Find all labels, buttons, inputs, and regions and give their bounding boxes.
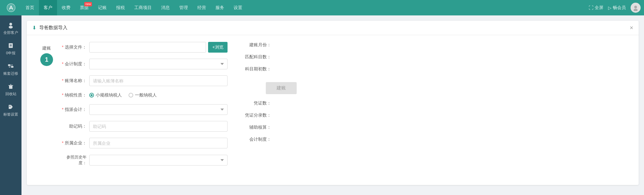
svg-point-4 bbox=[9, 26, 13, 28]
nav-item-messages[interactable]: 消息 bbox=[156, 0, 175, 15]
nav-item-invoice[interactable]: 票据 new bbox=[75, 0, 93, 15]
panel-header: ⬇ 导爸数据导入 bbox=[27, 21, 639, 35]
trash-icon bbox=[7, 83, 14, 90]
main-panel: ⬇ 导爸数据导入 × 建账 1 选择文件： +浏览 bbox=[27, 21, 639, 185]
file-path-input[interactable] bbox=[89, 42, 206, 53]
declare-icon bbox=[7, 42, 14, 49]
close-button[interactable]: × bbox=[630, 25, 633, 31]
svg-point-2 bbox=[634, 9, 638, 11]
aux-accounting-label: 辅助核算： bbox=[241, 124, 271, 130]
step-circle: 1 bbox=[40, 53, 53, 66]
migrate-icon bbox=[7, 62, 14, 70]
sidebar-item-declare[interactable]: 0申报 bbox=[0, 39, 21, 58]
tax-small-option[interactable]: 小规模纳税人 bbox=[89, 92, 122, 98]
form-area: 选择文件： +浏览 会计制度： bbox=[60, 42, 228, 172]
nav-item-manage[interactable]: 管理 bbox=[175, 0, 193, 15]
nav-item-customer[interactable]: 客户 bbox=[39, 0, 57, 15]
nav-item-tax[interactable]: 报税 bbox=[111, 0, 130, 15]
file-input-group: +浏览 bbox=[89, 42, 228, 53]
build-month-row: 建账月份： bbox=[241, 42, 321, 48]
company-row: 所属企业： bbox=[60, 138, 228, 148]
radio-general-dot bbox=[129, 93, 133, 97]
svg-rect-9 bbox=[11, 66, 13, 68]
play-icon: ▷ bbox=[608, 5, 611, 10]
nav-item-service[interactable]: 服务 bbox=[211, 0, 229, 15]
history-year-row: 参照历史年度： bbox=[60, 154, 228, 166]
radio-small-dot bbox=[89, 93, 94, 97]
main-layout: 全部客户 0申报 账套迁移 bbox=[0, 15, 644, 195]
sidebar-item-all-customers[interactable]: 全部客户 bbox=[0, 19, 21, 38]
nav-right: ⛶ 全屏 ▷ 畅会员 bbox=[589, 3, 641, 13]
tag-icon bbox=[7, 103, 14, 111]
ledger-name-input[interactable] bbox=[89, 75, 228, 86]
company-input[interactable] bbox=[89, 138, 228, 148]
sidebar-item-tag-settings[interactable]: 标签设置 bbox=[0, 101, 21, 120]
voucher-records-row: 凭证分录数： bbox=[241, 112, 321, 118]
svg-point-13 bbox=[9, 106, 10, 107]
history-year-select[interactable] bbox=[89, 155, 228, 166]
main-content: ⬇ 导爸数据导入 × 建账 1 选择文件： +浏览 bbox=[21, 15, 644, 195]
history-year-label: 参照历史年度： bbox=[60, 154, 87, 166]
subjects-initial-row: 科目期初数： bbox=[241, 66, 321, 72]
top-navigation: 首页 客户 收费 票据 new 记账 报税 工商项目 消息 管理 经营 服务 设… bbox=[0, 0, 644, 15]
tax-type-label: 纳税性质： bbox=[60, 92, 87, 98]
voucher-count-row: 凭证数： bbox=[241, 100, 321, 106]
nav-item-home[interactable]: 首页 bbox=[21, 0, 39, 15]
panel-body: 建账 1 选择文件： +浏览 会计制度： bbox=[27, 35, 639, 179]
avatar[interactable] bbox=[631, 3, 641, 13]
vip-btn[interactable]: ▷ 畅会员 bbox=[608, 5, 626, 11]
accountant-row: 指派会计： bbox=[60, 104, 228, 115]
nav-items: 首页 客户 收费 票据 new 记账 报税 工商项目 消息 管理 经营 服务 设… bbox=[21, 0, 589, 15]
match-subjects-row: 匹配科目数： bbox=[241, 54, 321, 60]
sidebar: 全部客户 0申报 账套迁移 bbox=[0, 15, 21, 195]
app-logo[interactable] bbox=[3, 0, 19, 15]
nav-item-industry[interactable]: 工商项目 bbox=[130, 0, 156, 15]
svg-rect-8 bbox=[8, 64, 10, 66]
tax-general-option[interactable]: 一般纳税人 bbox=[129, 92, 157, 98]
accountant-label: 指派会计： bbox=[60, 107, 87, 113]
info-accounting-system-row: 会计制度： bbox=[241, 136, 321, 142]
memo-row: 助记码： bbox=[60, 121, 228, 132]
ledger-name-row: 账簿名称： bbox=[60, 75, 228, 86]
build-month-label: 建账月份： bbox=[241, 42, 271, 48]
browse-button[interactable]: +浏览 bbox=[208, 42, 228, 53]
nav-item-ledger[interactable]: 记账 bbox=[93, 0, 111, 15]
accounting-system-row: 会计制度： bbox=[60, 59, 228, 69]
sidebar-item-migrate[interactable]: 账套迁移 bbox=[0, 60, 21, 79]
subjects-initial-label: 科目期初数： bbox=[241, 66, 271, 72]
memo-label: 助记码： bbox=[60, 123, 87, 129]
match-subjects-label: 匹配科目数： bbox=[241, 54, 271, 60]
fullscreen-btn[interactable]: ⛶ 全屏 bbox=[589, 5, 603, 11]
accountant-select[interactable] bbox=[89, 104, 228, 115]
import-icon: ⬇ bbox=[32, 25, 37, 31]
step-area: 建账 1 bbox=[40, 45, 53, 172]
nav-item-billing[interactable]: 收费 bbox=[57, 0, 75, 15]
company-label: 所属企业： bbox=[60, 140, 87, 146]
nav-item-settings[interactable]: 设置 bbox=[229, 0, 247, 15]
voucher-count-label: 凭证数： bbox=[241, 100, 271, 106]
svg-point-3 bbox=[9, 23, 12, 25]
svg-rect-5 bbox=[9, 43, 13, 48]
accounting-system-select[interactable] bbox=[89, 59, 228, 69]
svg-point-0 bbox=[7, 4, 15, 12]
build-btn-row: 建账 bbox=[241, 79, 321, 94]
nav-item-operate[interactable]: 经营 bbox=[193, 0, 211, 15]
tax-type-radio-group: 小规模纳税人 一般纳税人 bbox=[89, 92, 228, 98]
sidebar-item-trash[interactable]: 回收站 bbox=[0, 80, 21, 99]
panel-title: 导爸数据导入 bbox=[39, 25, 67, 31]
person-icon bbox=[7, 21, 14, 29]
voucher-records-label: 凭证分录数： bbox=[241, 112, 271, 118]
step-label: 建账 bbox=[42, 45, 51, 51]
build-account-button[interactable]: 建账 bbox=[266, 82, 297, 94]
fullscreen-icon: ⛶ bbox=[589, 5, 593, 10]
tax-type-row: 纳税性质： 小规模纳税人 一般纳税人 bbox=[60, 92, 228, 98]
info-accounting-system-label: 会计制度： bbox=[241, 136, 271, 142]
ledger-name-label: 账簿名称： bbox=[60, 78, 87, 84]
svg-point-1 bbox=[634, 6, 637, 8]
svg-rect-10 bbox=[9, 85, 12, 89]
memo-input[interactable] bbox=[89, 121, 228, 132]
accounting-system-label: 会计制度： bbox=[60, 61, 87, 67]
file-label: 选择文件： bbox=[60, 44, 87, 50]
info-area: 建账月份： 匹配科目数： 科目期初数： 建账 bbox=[228, 42, 321, 172]
new-badge: new bbox=[84, 2, 92, 6]
